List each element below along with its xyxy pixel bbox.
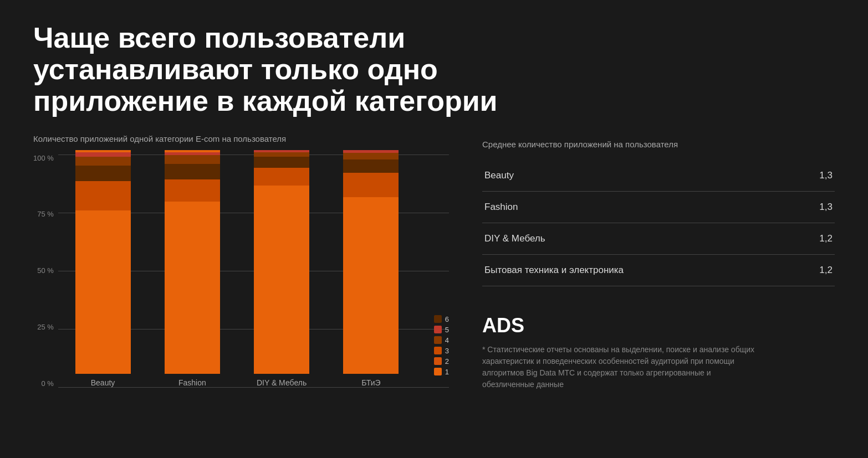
- right-section: Среднее количество приложений на пользов…: [482, 134, 835, 441]
- legend-label-3: 3: [445, 347, 449, 355]
- bar-stack-fashion: [165, 150, 220, 374]
- ads-footnote: * Статистические отчеты основаны на выде…: [482, 344, 759, 390]
- bar-segment: [75, 166, 131, 181]
- category-label: Fashion: [482, 191, 796, 223]
- content-area: Количество приложений одной категории E-…: [33, 134, 835, 441]
- category-label: Beauty: [482, 160, 796, 192]
- chart-area: 100 % 75 % 50 % 25 % 0 %: [33, 155, 449, 387]
- legend-label-1: 1: [445, 368, 449, 376]
- bars-row: Beauty Fashion: [58, 155, 416, 387]
- bar-stack-btie: [343, 150, 399, 374]
- legend-item-4: 4: [434, 336, 449, 344]
- bar-group-diy: DIY & Мебель: [248, 150, 315, 387]
- legend-item-6: 6: [434, 315, 449, 323]
- bar-segment: [165, 164, 220, 179]
- table-row: Бытовая техника и электроника 1,2: [482, 254, 835, 286]
- bar-segment: [75, 181, 131, 210]
- bar-group-fashion: Fashion: [159, 150, 226, 387]
- legend-label-4: 4: [445, 336, 449, 344]
- bar-group-beauty: Beauty: [69, 150, 136, 387]
- legend-color-3: [434, 347, 442, 354]
- y-label-0: 0 %: [41, 380, 53, 387]
- bar-stack-beauty: [75, 150, 131, 374]
- legend-color-2: [434, 357, 442, 365]
- grid-line-0: [58, 387, 449, 388]
- bar-label-fashion: Fashion: [178, 378, 206, 387]
- legend-item-1: 1: [434, 368, 449, 376]
- table-row: Fashion 1,3: [482, 191, 835, 223]
- bars-grid-area: Beauty Fashion: [58, 155, 449, 387]
- table-row: DIY & Мебель 1,2: [482, 223, 835, 254]
- bar-segment: [343, 173, 399, 197]
- y-label-50: 50 %: [37, 267, 54, 274]
- legend-label-5: 5: [445, 326, 449, 334]
- stats-value: 1,3: [796, 191, 835, 223]
- category-label: DIY & Мебель: [482, 223, 796, 254]
- y-label-75: 75 %: [37, 210, 54, 218]
- bar-segment: [75, 210, 131, 374]
- bar-segment: [343, 197, 399, 374]
- legend-item-5: 5: [434, 326, 449, 334]
- y-label-100: 100 %: [33, 155, 54, 162]
- bar-segment: [343, 159, 399, 173]
- bar-segment: [254, 168, 309, 186]
- legend-item-2: 2: [434, 357, 449, 366]
- ads-section: ADS * Статистические отчеты основаны на …: [482, 314, 835, 390]
- bar-segment: [254, 186, 309, 374]
- category-label: Бытовая техника и электроника: [482, 254, 796, 286]
- chart-legend: 6 5 4 3: [434, 315, 449, 376]
- chart-section: Количество приложений одной категории E-…: [33, 134, 449, 441]
- bar-segment: [343, 153, 399, 159]
- legend-label-2: 2: [445, 357, 449, 366]
- stats-value: 1,2: [796, 254, 835, 286]
- bar-label-diy: DIY & Мебель: [257, 378, 307, 387]
- page-title: Чаще всего пользователи устанавливают то…: [33, 22, 532, 117]
- y-axis: 100 % 75 % 50 % 25 % 0 %: [33, 155, 54, 387]
- bar-segment: [75, 152, 131, 157]
- stats-table: Beauty 1,3 Fashion 1,3 DIY & Мебель 1,2 …: [482, 160, 835, 286]
- legend-item-3: 3: [434, 347, 449, 355]
- bar-segment: [165, 179, 220, 202]
- ads-title: ADS: [482, 314, 835, 337]
- stats-value: 1,2: [796, 223, 835, 254]
- bar-label-btie: БТиЭ: [361, 378, 380, 387]
- chart-subtitle: Количество приложений одной категории E-…: [33, 134, 449, 143]
- legend-label-6: 6: [445, 315, 449, 323]
- right-subtitle: Среднее количество приложений на пользов…: [482, 140, 835, 149]
- bar-segment: [75, 157, 131, 166]
- legend-color-6: [434, 315, 442, 323]
- legend-color-1: [434, 368, 442, 375]
- y-label-25: 25 %: [37, 323, 54, 331]
- bar-label-beauty: Beauty: [91, 378, 115, 387]
- bar-segment: [254, 157, 309, 168]
- legend-color-5: [434, 326, 442, 333]
- bar-segment: [165, 202, 220, 374]
- bar-group-btie: БТиЭ: [338, 150, 405, 387]
- stats-value: 1,3: [796, 160, 835, 192]
- bar-stack-diy: [254, 150, 309, 374]
- table-row: Beauty 1,3: [482, 160, 835, 192]
- legend-color-4: [434, 336, 442, 344]
- bar-segment: [165, 155, 220, 164]
- bar-segment: [254, 152, 309, 157]
